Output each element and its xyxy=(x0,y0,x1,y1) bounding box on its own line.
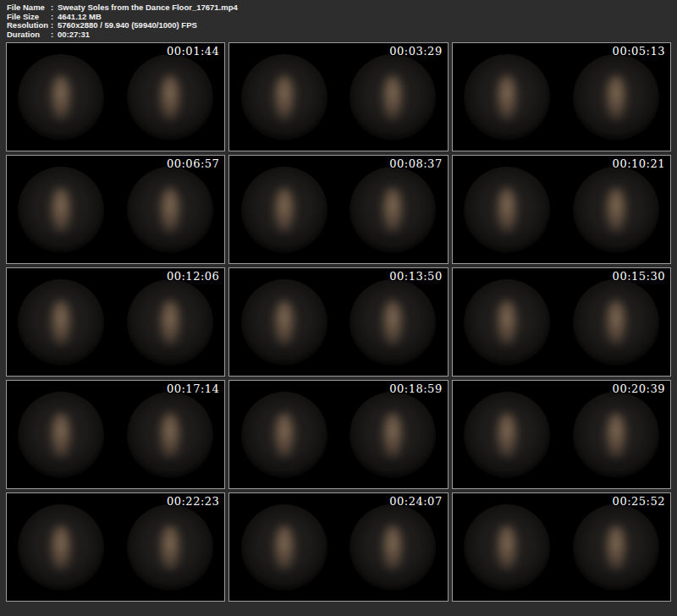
thumbnail-timestamp: 00:24:07 xyxy=(389,495,442,508)
metadata-value: 5760x2880 / 59.940 (59940/1000) FPS xyxy=(58,20,197,30)
metadata-row: Duration:00:27:31 xyxy=(7,30,677,40)
stereo-left-view xyxy=(453,156,562,263)
stereo-right-view xyxy=(338,381,448,488)
thumbnail-cell: 00:17:14 xyxy=(6,380,225,489)
spotlight-vignette xyxy=(127,279,213,366)
subject-placeholder xyxy=(605,75,627,119)
metadata-row: Resolution:5760x2880 / 59.940 (59940/100… xyxy=(7,21,677,30)
stereo-right-view xyxy=(561,43,670,151)
thumbnail-cell: 00:18:59 xyxy=(228,380,448,489)
stereo-right-view xyxy=(561,156,670,263)
spotlight-vignette xyxy=(18,54,104,140)
spotlight-vignette xyxy=(127,392,213,478)
thumbnail-cell: 00:13:50 xyxy=(228,267,448,377)
thumbnail-timestamp: 00:17:14 xyxy=(167,382,219,395)
thumbnail-cell: 00:25:52 xyxy=(452,492,671,602)
stereo-left-view xyxy=(7,493,116,601)
metadata-row: File Name:Sweaty Soles from the Dance Fl… xyxy=(7,3,677,13)
metadata-value: Sweaty Soles from the Dance Floor_17671.… xyxy=(58,3,238,12)
stereo-right-view xyxy=(338,156,448,263)
thumbnail-timestamp: 00:25:52 xyxy=(613,495,665,508)
subject-placeholder xyxy=(496,413,518,457)
thumbnail-timestamp: 00:03:29 xyxy=(389,45,442,58)
spotlight-vignette xyxy=(127,167,213,253)
stereo-right-view xyxy=(561,493,670,601)
spotlight-vignette xyxy=(241,279,327,366)
spotlight-vignette xyxy=(18,504,104,591)
spotlight-vignette xyxy=(18,167,104,253)
stereo-right-view xyxy=(116,156,225,263)
thumbnail-cell: 00:05:13 xyxy=(452,42,671,151)
subject-placeholder xyxy=(50,188,72,232)
thumbnail-timestamp: 00:22:23 xyxy=(167,495,219,508)
subject-placeholder xyxy=(382,525,404,569)
subject-placeholder xyxy=(159,300,181,344)
subject-placeholder xyxy=(273,413,295,457)
subject-placeholder xyxy=(50,75,72,119)
stereo-right-view xyxy=(338,43,448,151)
stereo-left-view xyxy=(229,268,338,376)
spotlight-vignette xyxy=(350,504,436,591)
spotlight-vignette xyxy=(464,54,550,140)
subject-placeholder xyxy=(605,188,627,232)
metadata-colon: : xyxy=(51,30,58,40)
subject-placeholder xyxy=(273,525,295,569)
stereo-right-view xyxy=(338,493,448,601)
stereo-left-view xyxy=(229,43,338,151)
metadata-value: 4641.12 MB xyxy=(58,12,102,21)
stereo-left-view xyxy=(453,43,562,151)
subject-placeholder xyxy=(382,300,404,344)
subject-placeholder xyxy=(273,300,295,344)
spotlight-vignette xyxy=(464,392,550,478)
spotlight-vignette xyxy=(464,504,550,591)
spotlight-vignette xyxy=(573,392,659,478)
spotlight-vignette xyxy=(241,504,327,591)
spotlight-vignette xyxy=(18,392,104,478)
thumbnail-timestamp: 00:08:37 xyxy=(389,157,442,170)
thumbnail-cell: 00:01:44 xyxy=(6,42,225,151)
stereo-left-view xyxy=(7,43,116,151)
subject-placeholder xyxy=(273,188,295,232)
thumbnail-cell: 00:12:06 xyxy=(6,267,225,377)
metadata-colon: : xyxy=(51,3,58,13)
spotlight-vignette xyxy=(350,167,436,253)
subject-placeholder xyxy=(496,188,518,232)
thumbnail-cell: 00:03:29 xyxy=(228,42,448,151)
spotlight-vignette xyxy=(241,54,327,140)
thumbnail-cell: 00:06:57 xyxy=(6,155,225,264)
subject-placeholder xyxy=(159,188,181,232)
thumbnail-cell: 00:08:37 xyxy=(228,155,448,264)
spotlight-vignette xyxy=(573,279,659,366)
metadata-value: 00:27:31 xyxy=(58,30,90,39)
thumbnail-timestamp: 00:15:30 xyxy=(613,270,665,283)
spotlight-vignette xyxy=(573,167,659,253)
subject-placeholder xyxy=(50,413,72,457)
metadata-label: Duration xyxy=(7,30,51,40)
subject-placeholder xyxy=(382,75,404,119)
stereo-left-view xyxy=(453,268,562,376)
subject-placeholder xyxy=(496,75,518,119)
stereo-left-view xyxy=(7,381,116,488)
file-metadata-header: File Name:Sweaty Soles from the Dance Fl… xyxy=(0,0,677,41)
subject-placeholder xyxy=(273,75,295,119)
spotlight-vignette xyxy=(18,279,104,366)
subject-placeholder xyxy=(605,413,627,457)
subject-placeholder xyxy=(50,525,72,569)
stereo-left-view xyxy=(453,381,562,488)
stereo-left-view xyxy=(229,381,338,488)
thumbnail-timestamp: 00:18:59 xyxy=(389,382,442,395)
stereo-left-view xyxy=(229,493,338,601)
stereo-right-view xyxy=(561,381,670,488)
stereo-left-view xyxy=(7,156,116,263)
thumbnail-timestamp: 00:01:44 xyxy=(167,45,219,58)
stereo-right-view xyxy=(116,268,225,376)
stereo-right-view xyxy=(116,493,225,601)
stereo-left-view xyxy=(7,268,116,376)
spotlight-vignette xyxy=(127,54,213,140)
subject-placeholder xyxy=(496,525,518,569)
stereo-left-view xyxy=(453,493,562,601)
thumbnail-cell: 00:22:23 xyxy=(6,492,225,602)
spotlight-vignette xyxy=(241,392,327,478)
subject-placeholder xyxy=(382,413,404,457)
stereo-right-view xyxy=(561,268,670,376)
